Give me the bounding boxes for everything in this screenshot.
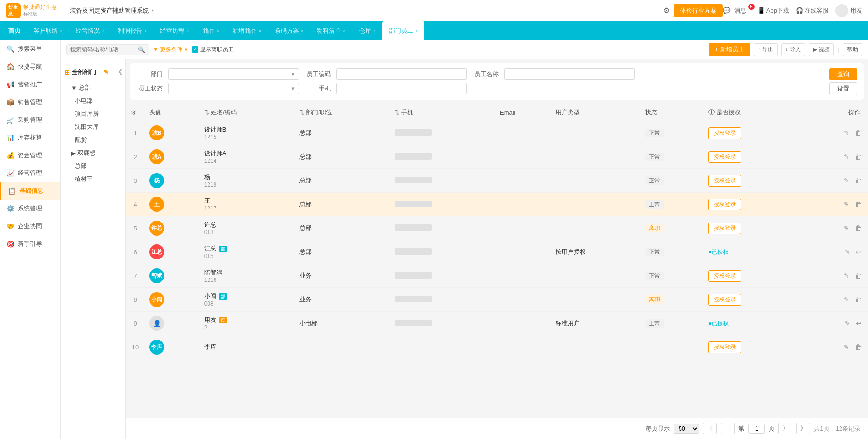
- add-employee-btn[interactable]: + 新增员工: [709, 43, 750, 56]
- close-icon[interactable]: ×: [102, 28, 104, 34]
- sidebar-item-purchase[interactable]: 🛒 采购管理: [0, 111, 60, 129]
- sidebar-item-inventory[interactable]: 📊 库存核算: [0, 129, 60, 146]
- edit-btn[interactable]: ✎: [842, 152, 851, 161]
- search-box[interactable]: 🔍: [66, 44, 149, 55]
- app-download[interactable]: 📱App下载: [757, 7, 789, 15]
- tab-bom[interactable]: 物料清单×: [310, 21, 352, 40]
- query-btn[interactable]: 查询: [829, 68, 857, 80]
- close-icon[interactable]: ×: [415, 28, 418, 34]
- delete-btn[interactable]: 🗑: [853, 295, 863, 304]
- close-icon[interactable]: ×: [186, 28, 189, 34]
- delete-btn[interactable]: 🗑: [853, 223, 863, 233]
- auth-login-btn[interactable]: 授权登录: [708, 270, 741, 282]
- edit-dept-icon[interactable]: ✎: [100, 66, 112, 78]
- search-input[interactable]: [70, 46, 136, 53]
- close-icon[interactable]: ×: [301, 28, 304, 34]
- close-icon[interactable]: ×: [60, 28, 62, 34]
- settings-icon[interactable]: ⚙: [663, 6, 670, 15]
- emp-status-select[interactable]: ▾: [168, 83, 299, 94]
- first-page-btn[interactable]: 《: [703, 423, 717, 434]
- th-dept[interactable]: ⇅ 部门/职位: [295, 104, 390, 121]
- export-btn[interactable]: ↑ 导出: [754, 43, 778, 56]
- tab-customer[interactable]: 客户联络×: [27, 21, 69, 40]
- dept-item-shenyang[interactable]: 沈阳大库: [63, 120, 125, 133]
- delete-btn[interactable]: 🗑: [853, 152, 863, 161]
- sidebar-item-guide[interactable]: 🎯 新手引导: [0, 235, 60, 253]
- tab-business[interactable]: 经营情况×: [69, 21, 111, 40]
- auth-login-btn[interactable]: 授权登录: [708, 223, 741, 234]
- sidebar-item-quick-nav[interactable]: 🏠 快捷导航: [0, 58, 60, 76]
- th-name[interactable]: ⇅ 姓名/编码: [200, 104, 295, 121]
- dept-item-shuanglu[interactable]: ▶ 双鹿想: [63, 146, 125, 160]
- edit-btn[interactable]: ✎: [842, 271, 851, 280]
- import-btn[interactable]: ↓ 导入: [781, 43, 805, 56]
- tab-home[interactable]: 首页: [2, 21, 27, 40]
- auth-login-btn[interactable]: 授权登录: [708, 199, 741, 210]
- close-icon[interactable]: ×: [258, 28, 261, 34]
- set-btn[interactable]: 设置: [829, 82, 857, 95]
- edit-btn[interactable]: ✎: [842, 200, 851, 209]
- edit-btn[interactable]: ✎: [842, 342, 851, 352]
- tab-history[interactable]: 经营历程×: [153, 21, 195, 40]
- help-btn[interactable]: 帮助: [843, 43, 862, 56]
- dept-item-general[interactable]: ▼ 总部: [63, 81, 125, 94]
- delete-btn[interactable]: ↩: [854, 247, 863, 257]
- delete-btn[interactable]: 🗑: [853, 176, 863, 185]
- message-icon[interactable]: 💬 5 消息: [723, 7, 751, 15]
- close-icon[interactable]: ×: [373, 28, 376, 34]
- edit-btn[interactable]: ✎: [843, 319, 852, 328]
- edit-btn[interactable]: ✎: [842, 223, 851, 233]
- close-icon[interactable]: ×: [216, 28, 219, 34]
- emp-code-input[interactable]: [336, 68, 467, 80]
- close-icon[interactable]: ×: [343, 28, 346, 34]
- th-phone[interactable]: ⇅ 手机: [390, 104, 495, 121]
- delete-btn[interactable]: ↩: [854, 319, 863, 328]
- last-page-btn[interactable]: 》: [796, 423, 810, 434]
- sidebar-item-basic[interactable]: 📋 基础信息: [0, 182, 60, 200]
- sidebar-item-system[interactable]: ⚙️ 系统管理: [0, 200, 60, 217]
- edit-btn[interactable]: ✎: [843, 247, 852, 257]
- dept-item-xiaodian[interactable]: 小电部: [63, 94, 125, 107]
- delete-btn[interactable]: 🗑: [853, 271, 863, 280]
- next-page-btn[interactable]: 〉: [778, 423, 792, 434]
- delete-btn[interactable]: 🗑: [853, 128, 863, 138]
- delete-btn[interactable]: 🗑: [853, 200, 863, 209]
- dept-filter-select[interactable]: ▾: [168, 68, 299, 80]
- auth-login-btn[interactable]: 授权登录: [708, 341, 741, 353]
- per-page-select[interactable]: 50 20 100: [674, 424, 699, 434]
- user-area[interactable]: 用友: [835, 4, 862, 17]
- sidebar-item-search[interactable]: 🔍 搜索菜单: [0, 40, 60, 58]
- more-filter-btn[interactable]: ▼ 更多条件 ∧: [153, 46, 188, 54]
- emp-name-input[interactable]: [504, 68, 635, 80]
- auth-login-btn[interactable]: 授权登录: [708, 294, 741, 306]
- tab-department[interactable]: 部门员工×: [382, 21, 424, 40]
- prev-page-btn[interactable]: 〈: [721, 423, 735, 434]
- dept-item-zongbu[interactable]: 总部: [63, 160, 125, 173]
- auth-login-btn[interactable]: 授权登录: [708, 127, 741, 139]
- show-resigned-toggle[interactable]: ✓ 显示离职员工: [192, 46, 234, 54]
- tab-new-goods[interactable]: 新增商品×: [226, 21, 268, 40]
- close-icon[interactable]: ×: [144, 28, 147, 34]
- dept-item-peihuo[interactable]: 配货: [63, 133, 125, 146]
- sidebar-item-operation[interactable]: 📈 经营管理: [0, 164, 60, 182]
- edit-btn[interactable]: ✎: [842, 295, 851, 304]
- delete-btn[interactable]: 🗑: [853, 342, 863, 352]
- dropdown-arrow-icon[interactable]: ▾: [152, 8, 154, 13]
- auth-login-btn[interactable]: 授权登录: [708, 151, 741, 163]
- trial-btn[interactable]: 体验行业方案: [674, 4, 723, 17]
- edit-btn[interactable]: ✎: [842, 176, 851, 185]
- sidebar-item-collab[interactable]: 🤝 企业协同: [0, 217, 60, 235]
- auth-login-btn[interactable]: 授权登录: [708, 175, 741, 187]
- dept-item-project[interactable]: 项目库房: [63, 107, 125, 120]
- edit-btn[interactable]: ✎: [842, 128, 851, 138]
- sidebar-item-finance[interactable]: 💰 资金管理: [0, 146, 60, 164]
- sidebar-item-marketing[interactable]: 📢 营销推广: [0, 76, 60, 93]
- phone-input[interactable]: [336, 83, 467, 94]
- dept-item-zhishu[interactable]: 植树王二: [63, 173, 125, 186]
- sidebar-item-sales[interactable]: 📦 销售管理: [0, 93, 60, 111]
- collapse-panel-btn[interactable]: 《: [116, 68, 122, 77]
- tab-warehouse[interactable]: 仓库×: [353, 21, 382, 40]
- online-service[interactable]: 🎧在线客服: [796, 7, 829, 15]
- page-number-input[interactable]: [748, 424, 765, 434]
- tab-profit[interactable]: 利润报告×: [111, 21, 153, 40]
